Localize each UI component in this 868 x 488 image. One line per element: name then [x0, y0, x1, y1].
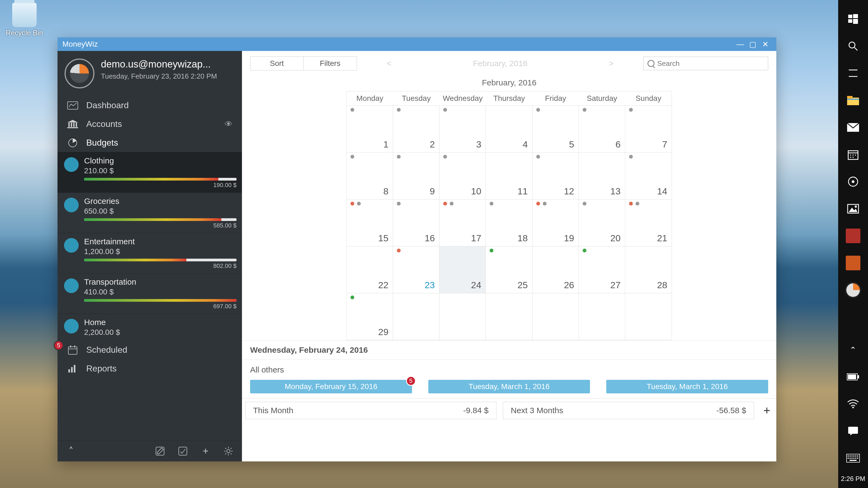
recycle-bin-label: Recycle Bin: [3, 29, 46, 37]
scheduled-pill[interactable]: Tuesday, March 1, 2016: [606, 380, 768, 393]
calendar-cell[interactable]: 6: [579, 106, 625, 152]
calendar-cell[interactable]: [439, 293, 486, 340]
close-button[interactable]: ✕: [759, 38, 771, 51]
visibility-icon[interactable]: 👁: [225, 120, 233, 129]
calendar-cell[interactable]: 17: [439, 199, 486, 246]
calendar-cell[interactable]: 13: [579, 153, 625, 199]
prev-month-button[interactable]: <: [387, 59, 392, 68]
scheduled-pill[interactable]: Tuesday, March 1, 2016: [428, 380, 590, 393]
event-dot: [536, 108, 540, 112]
battery-icon[interactable]: [845, 369, 861, 385]
search-icon[interactable]: [845, 38, 861, 54]
profile-block[interactable]: demo.us@moneywizap... Tuesday, February …: [58, 51, 242, 96]
calendar-cell[interactable]: 27: [579, 247, 625, 293]
calendar-cell[interactable]: 23: [393, 247, 439, 293]
nav-accounts[interactable]: Accounts 👁: [58, 115, 242, 133]
wifi-icon[interactable]: [845, 396, 861, 412]
budget-item[interactable]: Groceries 650.00 $ 585.00 $: [58, 193, 242, 233]
calendar-cell[interactable]: 25: [486, 247, 532, 293]
event-dot: [350, 108, 354, 112]
next-month-button[interactable]: >: [609, 59, 614, 68]
calendar-cell[interactable]: [532, 293, 579, 340]
event-dot: [583, 108, 586, 112]
day-number: 3: [476, 139, 482, 150]
app-window: MoneyWiz — ▢ ✕ demo.us@moneywizap... Tue…: [58, 37, 776, 461]
calendar-cell[interactable]: 24: [439, 247, 486, 293]
titlebar[interactable]: MoneyWiz — ▢ ✕: [58, 37, 776, 51]
calendar-cell[interactable]: 22: [347, 247, 393, 293]
app-orange-icon[interactable]: [845, 255, 861, 271]
calendar-cell[interactable]: 7: [625, 106, 672, 152]
search-box[interactable]: [643, 57, 768, 70]
nav-reports[interactable]: Reports: [58, 359, 242, 378]
day-number: 20: [610, 233, 621, 243]
collapse-icon[interactable]: ˄: [65, 445, 77, 457]
svg-rect-32: [848, 70, 859, 76]
tray-chevron-icon[interactable]: ⌃: [845, 341, 861, 358]
budget-item[interactable]: Home 2,200.00 $: [58, 314, 242, 340]
explorer-icon[interactable]: [845, 92, 861, 108]
summary-next3[interactable]: Next 3 Months -56.58 $: [503, 402, 754, 419]
groove-icon[interactable]: [845, 173, 861, 190]
mail-icon[interactable]: [845, 119, 861, 135]
calendar-cell[interactable]: 29: [347, 293, 393, 340]
add-icon[interactable]: +: [199, 445, 212, 457]
calendar-cell[interactable]: 16: [393, 199, 439, 246]
start-icon[interactable]: [845, 11, 861, 27]
budget-item[interactable]: Clothing 210.00 $ 190.00 $: [58, 152, 242, 193]
summary-this-month[interactable]: This Month -9.84 $: [245, 402, 496, 419]
calendar-cell[interactable]: 15: [347, 199, 393, 246]
calendar-cell[interactable]: 8: [347, 153, 393, 199]
svg-point-30: [849, 42, 855, 48]
calendar-cell[interactable]: 9: [393, 153, 439, 199]
calendar-cell[interactable]: 1: [347, 106, 393, 152]
maximize-button[interactable]: ▢: [746, 38, 759, 51]
calendar-cell[interactable]: 14: [625, 153, 672, 199]
recycle-bin-icon[interactable]: Recycle Bin: [3, 3, 46, 37]
minimize-button[interactable]: —: [734, 38, 746, 51]
taskview-icon[interactable]: [845, 65, 861, 82]
photos-icon[interactable]: [845, 201, 861, 217]
app-red-icon[interactable]: [845, 228, 861, 244]
notifications-icon[interactable]: [845, 423, 861, 439]
budget-name: Clothing: [84, 156, 237, 165]
calendar-cell[interactable]: 11: [486, 153, 532, 199]
settings-icon[interactable]: [222, 445, 235, 457]
calendar-cell[interactable]: [486, 293, 532, 340]
edit-icon[interactable]: [177, 445, 189, 457]
calendar-cell[interactable]: [625, 293, 672, 340]
calendar-cell[interactable]: 19: [532, 199, 579, 246]
scheduled-pill[interactable]: Monday, February 15, 20165: [250, 380, 412, 393]
moneywiz-task-icon[interactable]: [845, 282, 861, 298]
budget-category-icon: [64, 279, 79, 293]
calendar-cell[interactable]: 21: [625, 199, 672, 246]
sort-button[interactable]: Sort: [250, 57, 304, 70]
tray-clock[interactable]: 2:26 PM: [841, 475, 865, 483]
calendar-cell[interactable]: 20: [579, 199, 625, 246]
search-input[interactable]: [657, 59, 764, 68]
event-dot: [350, 295, 354, 299]
calendar-cell[interactable]: 4: [486, 106, 532, 152]
weekday-label: Wednesday: [439, 91, 486, 105]
calendar-cell[interactable]: 18: [486, 199, 532, 246]
keyboard-icon[interactable]: [845, 450, 861, 466]
calendar-icon[interactable]: [845, 147, 861, 163]
nav-scheduled[interactable]: 5 Scheduled: [58, 340, 242, 359]
calendar-cell[interactable]: 26: [532, 247, 579, 293]
calendar-cell[interactable]: 10: [439, 153, 486, 199]
calendar-cell[interactable]: [579, 293, 625, 340]
filters-button[interactable]: Filters: [304, 57, 357, 70]
calendar-cell[interactable]: 12: [532, 153, 579, 199]
calendar-cell[interactable]: 28: [625, 247, 672, 293]
add-transaction-button[interactable]: +: [757, 398, 776, 422]
compose-icon[interactable]: [154, 445, 166, 457]
calendar-cell[interactable]: 2: [393, 106, 439, 152]
budget-item[interactable]: Entertainment 1,200.00 $ 802.00 $: [58, 233, 242, 273]
nav-budgets[interactable]: Budgets: [58, 133, 242, 152]
budget-item[interactable]: Transportation 410.00 $ 697.00 $: [58, 273, 242, 314]
calendar-cell[interactable]: 5: [532, 106, 579, 152]
svg-rect-52: [858, 375, 859, 379]
calendar-cell[interactable]: [393, 293, 439, 340]
nav-dashboard[interactable]: Dashboard: [58, 96, 242, 115]
calendar-cell[interactable]: 3: [439, 106, 486, 152]
